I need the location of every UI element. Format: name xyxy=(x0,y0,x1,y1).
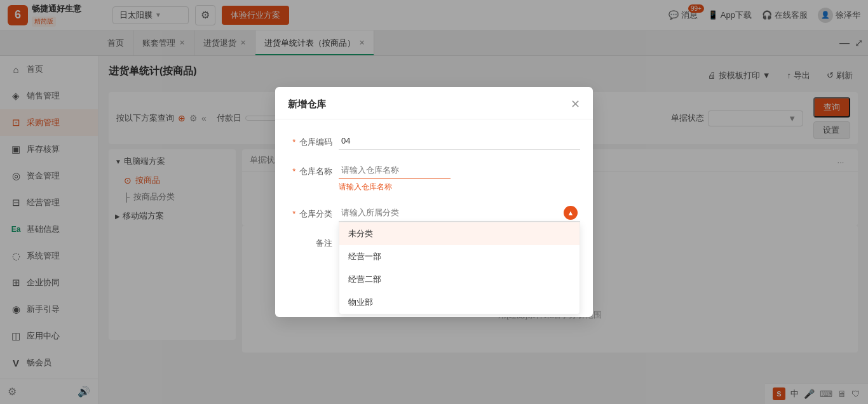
category-select-wrapper: ▲ 未分类 经营一部 经营二部 物业部 xyxy=(339,204,580,222)
form-row-category: * 仓库分类 ▲ 未分类 经营一部 经营二部 物业部 xyxy=(288,204,580,222)
name-label-text: 仓库名称 xyxy=(299,166,332,176)
name-input-wrapper xyxy=(339,161,451,179)
name-input[interactable] xyxy=(339,161,451,179)
category-required-mark: * xyxy=(292,209,295,219)
dialog-title: 新增仓库 xyxy=(288,98,326,111)
dropdown-item-none[interactable]: 未分类 xyxy=(339,222,580,245)
category-label-text: 仓库分类 xyxy=(299,209,332,219)
category-dropdown: 未分类 经营一部 经营二部 物业部 xyxy=(339,222,580,314)
code-label: * 仓库编码 xyxy=(288,132,332,148)
code-input[interactable] xyxy=(339,132,580,150)
name-error-message: 请输入仓库名称 xyxy=(339,182,392,191)
dialog-body: * 仓库编码 * 仓库名称 请输入仓库名称 xyxy=(275,119,593,276)
category-label: * 仓库分类 xyxy=(288,204,332,220)
form-row-name: * 仓库名称 请输入仓库名称 xyxy=(288,161,580,192)
code-label-text: 仓库编码 xyxy=(299,137,332,147)
name-required-mark: * xyxy=(292,166,295,176)
category-input[interactable] xyxy=(339,204,580,222)
dialog-new-warehouse: 新增仓库 ✕ * 仓库编码 * 仓库名称 xyxy=(275,87,593,317)
code-required-mark: * xyxy=(292,137,295,147)
category-dropdown-arrow[interactable]: ▲ xyxy=(564,206,578,220)
modal-overlay: 新增仓库 ✕ * 仓库编码 * 仓库名称 xyxy=(0,0,868,404)
form-row-name-inner: * 仓库名称 xyxy=(288,161,451,179)
notes-label-text: 备注 xyxy=(316,238,332,248)
dropdown-item-dept3[interactable]: 物业部 xyxy=(339,291,580,314)
dropdown-item-dept2[interactable]: 经营二部 xyxy=(339,268,580,291)
notes-label: 备注 xyxy=(288,233,332,249)
dialog-header: 新增仓库 ✕ xyxy=(275,87,593,119)
dropdown-item-dept1[interactable]: 经营一部 xyxy=(339,245,580,268)
dialog-close-button[interactable]: ✕ xyxy=(571,97,580,111)
name-label: * 仓库名称 xyxy=(288,161,332,177)
name-error-area: 请输入仓库名称 xyxy=(288,180,392,192)
form-row-code: * 仓库编码 xyxy=(288,132,580,150)
